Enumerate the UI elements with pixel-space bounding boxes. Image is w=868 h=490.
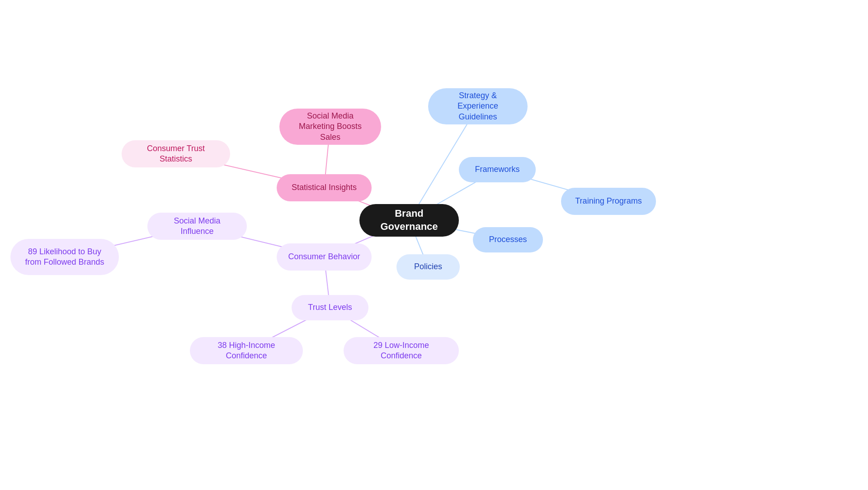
likelihood-buy-label: 89 Likelihood to Buy from Followed Brand… bbox=[20, 247, 109, 268]
processes-label: Processes bbox=[489, 234, 527, 245]
strategy-experience-node[interactable]: Strategy & Experience Guidelines bbox=[428, 88, 528, 124]
training-programs-node[interactable]: Training Programs bbox=[561, 188, 656, 215]
low-income-node[interactable]: 29 Low-Income Confidence bbox=[344, 337, 459, 364]
high-income-label: 38 High-Income Confidence bbox=[200, 340, 293, 362]
frameworks-node[interactable]: Frameworks bbox=[459, 157, 536, 182]
strategy-experience-label: Strategy & Experience Guidelines bbox=[438, 90, 518, 122]
trust-levels-label: Trust Levels bbox=[308, 302, 352, 313]
statistical-insights-node[interactable]: Statistical Insights bbox=[277, 174, 372, 201]
consumer-trust-label: Consumer Trust Statistics bbox=[132, 143, 220, 165]
likelihood-buy-node[interactable]: 89 Likelihood to Buy from Followed Brand… bbox=[10, 239, 119, 275]
center-label: Brand Governance bbox=[377, 207, 441, 233]
processes-node[interactable]: Processes bbox=[473, 227, 543, 252]
policies-label: Policies bbox=[414, 262, 442, 272]
low-income-label: 29 Low-Income Confidence bbox=[354, 340, 449, 362]
trust-levels-node[interactable]: Trust Levels bbox=[292, 295, 368, 320]
consumer-behavior-node[interactable]: Consumer Behavior bbox=[277, 243, 372, 271]
social-media-influence-label: Social Media Influence bbox=[157, 216, 237, 237]
consumer-trust-node[interactable]: Consumer Trust Statistics bbox=[122, 140, 230, 167]
center-node[interactable]: Brand Governance bbox=[359, 204, 459, 237]
consumer-behavior-label: Consumer Behavior bbox=[288, 252, 360, 262]
statistical-insights-label: Statistical Insights bbox=[292, 182, 357, 193]
training-programs-label: Training Programs bbox=[575, 196, 642, 206]
policies-node[interactable]: Policies bbox=[396, 254, 460, 280]
social-media-influence-node[interactable]: Social Media Influence bbox=[147, 213, 247, 240]
high-income-node[interactable]: 38 High-Income Confidence bbox=[190, 337, 303, 364]
frameworks-label: Frameworks bbox=[475, 164, 519, 175]
social-media-marketing-node[interactable]: Social Media Marketing Boosts Sales bbox=[279, 109, 381, 145]
social-media-marketing-label: Social Media Marketing Boosts Sales bbox=[289, 111, 371, 143]
